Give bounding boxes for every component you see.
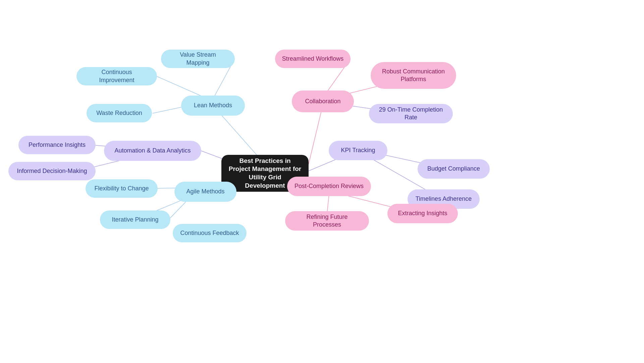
- value-stream-node: Value Stream Mapping: [161, 50, 235, 68]
- on-time-node: 29 On-Time Completion Rate: [369, 104, 453, 123]
- budget-compliance-node: Budget Compliance: [418, 159, 490, 179]
- refining-future-node: Refining Future Processes: [285, 211, 369, 231]
- performance-insights-node: Performance Insights: [18, 136, 96, 154]
- continuous-improvement-node: Continuous Improvement: [76, 67, 157, 85]
- lean-methods-node: Lean Methods: [181, 96, 245, 116]
- informed-decision-node: Informed Decision-Making: [8, 162, 96, 180]
- waste-reduction-node: Waste Reduction: [87, 104, 152, 122]
- automation-node: Automation & Data Analytics: [104, 141, 201, 161]
- flexibility-node: Flexibility to Change: [86, 179, 158, 198]
- kpi-tracking-node: KPI Tracking: [329, 141, 387, 160]
- svg-line-3: [309, 106, 323, 164]
- agile-methods-node: Agile Methods: [174, 182, 236, 202]
- streamlined-node: Streamlined Workflows: [275, 50, 351, 68]
- svg-line-19: [327, 194, 329, 214]
- collaboration-node: Collaboration: [292, 90, 354, 112]
- continuous-feedback-node: Continuous Feedback: [173, 224, 247, 242]
- extracting-insights-node: Extracting Insights: [387, 204, 458, 223]
- robust-comm-node: Robust Communication Platforms: [371, 62, 456, 89]
- iterative-planning-node: Iterative Planning: [100, 210, 170, 229]
- post-completion-node: Post-Completion Reviews: [287, 177, 371, 196]
